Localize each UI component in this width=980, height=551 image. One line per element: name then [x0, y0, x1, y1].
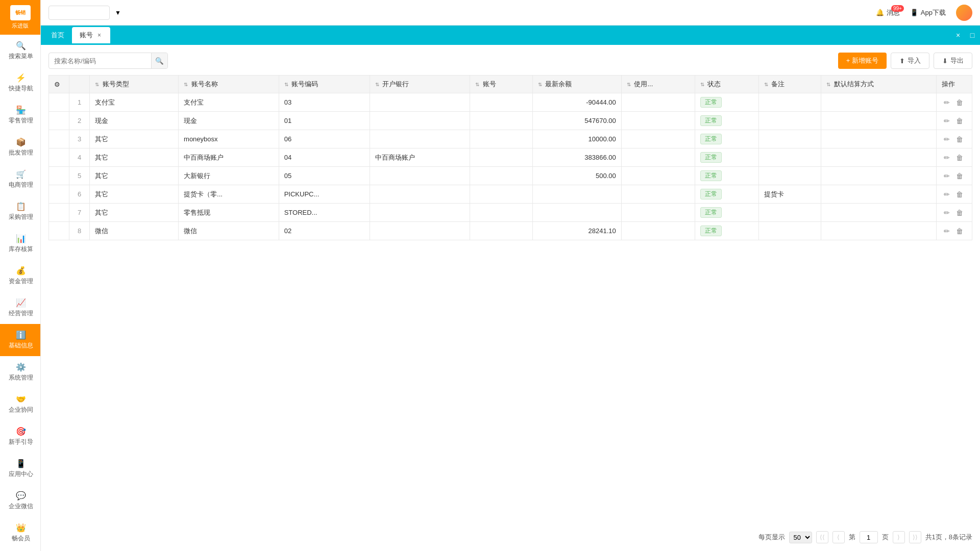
sort-arrows-balance: ⇅ — [538, 82, 542, 87]
sidebar-item-retail[interactable]: 🏪 零售管理 — [0, 99, 40, 131]
messages-button[interactable]: 🔔 消息 99+ — [876, 8, 900, 17]
sidebar-item-enterprise-wechat[interactable]: 💬 企业微信 — [0, 485, 40, 517]
tab-close-icon[interactable]: × — [96, 31, 103, 39]
col-balance[interactable]: ⇅ 最新余额 — [532, 76, 621, 93]
col-type[interactable]: ⇅ 账号类型 — [90, 76, 179, 93]
delete-button[interactable]: 🗑 — [954, 189, 965, 199]
delete-button[interactable]: 🗑 — [954, 226, 965, 236]
sidebar-item-membership[interactable]: 👑 畅会员 — [0, 517, 40, 549]
sidebar-item-finance[interactable]: 💰 资金管理 — [0, 260, 40, 292]
cell-remark: 提货卡 — [758, 185, 821, 204]
cell-usage — [621, 112, 695, 130]
edit-button[interactable]: ✏ — [942, 116, 952, 126]
edit-button[interactable]: ✏ — [942, 153, 952, 163]
col-usage[interactable]: ⇅ 使用... — [621, 76, 695, 93]
sidebar-item-wholesale[interactable]: 📦 批发管理 — [0, 131, 40, 163]
sidebar-item-system[interactable]: ⚙️ 系统管理 — [0, 356, 40, 388]
tab-account[interactable]: 账号 × — [72, 27, 110, 43]
sort-arrows-account: ⇅ — [475, 82, 479, 87]
cell-type: 其它 — [90, 204, 179, 222]
sidebar-item-search[interactable]: 🔍 搜索菜单 — [0, 35, 40, 67]
accounts-table: ⚙ ⇅ 账号类型 ⇅ 账号名称 ⇅ 账号编码 — [48, 75, 972, 240]
sidebar-item-ecommerce[interactable]: 🛒 电商管理 — [0, 163, 40, 195]
sidebar-item-operation[interactable]: 📈 经营管理 — [0, 292, 40, 324]
last-page-button[interactable]: ⟩⟩ — [909, 531, 921, 543]
cell-type: 其它 — [90, 130, 179, 148]
header-search-input[interactable] — [48, 6, 110, 20]
delete-button[interactable]: 🗑 — [954, 171, 965, 181]
edit-button[interactable]: ✏ — [942, 97, 952, 108]
status-badge: 正常 — [700, 226, 722, 236]
action-buttons: + 新增账号 ⬆ 导入 ⬇ 导出 — [838, 53, 972, 69]
table-row: 2 现金 现金 01 547670.00 正常 ✏ 🗑 — [49, 112, 972, 130]
col-bank[interactable]: ⇅ 开户银行 — [370, 76, 470, 93]
search-button[interactable]: 🔍 — [151, 53, 167, 69]
cell-balance: 383866.00 — [532, 148, 621, 167]
edit-button[interactable]: ✏ — [942, 226, 952, 236]
export-label: 导出 — [950, 56, 964, 65]
delete-button[interactable]: 🗑 — [954, 116, 965, 126]
sidebar-item-nav[interactable]: ⚡ 快捷导航 — [0, 67, 40, 99]
basic-info-icon: ℹ️ — [16, 330, 26, 340]
cell-account — [470, 222, 532, 240]
retail-icon: 🏪 — [16, 105, 26, 115]
edit-button[interactable]: ✏ — [942, 208, 952, 218]
col-settlement[interactable]: ⇅ 默认结算方式 — [821, 76, 937, 93]
cell-usage — [621, 222, 695, 240]
sidebar-item-app-center[interactable]: 📱 应用中心 — [0, 453, 40, 485]
col-account[interactable]: ⇅ 账号 — [470, 76, 532, 93]
col-remark[interactable]: ⇅ 备注 — [758, 76, 821, 93]
mobile-icon: 📱 — [910, 9, 918, 16]
next-page-button[interactable]: ⟩ — [893, 531, 905, 543]
nav-icon: ⚡ — [16, 73, 26, 83]
membership-icon: 👑 — [16, 523, 26, 533]
sidebar-item-basic-info[interactable]: ℹ️ 基础信息 — [0, 324, 40, 356]
sidebar-item-inventory[interactable]: 📊 库存核算 — [0, 228, 40, 260]
edit-button[interactable]: ✏ — [942, 189, 952, 199]
cell-settlement — [821, 148, 937, 167]
col-name[interactable]: ⇅ 账号名称 — [179, 76, 279, 93]
sort-arrows-name: ⇅ — [184, 82, 188, 87]
edit-button[interactable]: ✏ — [942, 171, 952, 181]
app-download-button[interactable]: 📱 App下载 — [910, 8, 946, 17]
first-page-button[interactable]: ⟨⟨ — [816, 531, 828, 543]
window-maximize-button[interactable]: □ — [967, 30, 977, 40]
edit-button[interactable]: ✏ — [942, 134, 952, 144]
cell-name: 零售抵现 — [179, 204, 279, 222]
table-row: 1 支付宝 支付宝 03 -90444.00 正常 ✏ 🗑 — [49, 93, 972, 112]
col-status[interactable]: ⇅ 状态 — [695, 76, 758, 93]
delete-button[interactable]: 🗑 — [954, 153, 965, 163]
export-button[interactable]: ⬇ 导出 — [934, 53, 972, 69]
header-dropdown[interactable]: ▼ — [115, 9, 121, 16]
page-size-select[interactable]: 50 — [789, 532, 812, 543]
tab-home[interactable]: 首页 — [43, 27, 72, 43]
tab-home-label: 首页 — [51, 31, 64, 40]
import-button[interactable]: ⬆ 导入 — [891, 53, 929, 69]
delete-button[interactable]: 🗑 — [954, 208, 965, 218]
cell-remark — [758, 148, 821, 167]
toolbar: 🔍 + 新增账号 ⬆ 导入 ⬇ 导出 — [48, 53, 972, 69]
col-code[interactable]: ⇅ 账号编码 — [279, 76, 370, 93]
page-suffix: 页 — [882, 533, 889, 542]
sidebar-item-guide[interactable]: 🎯 新手引导 — [0, 420, 40, 453]
col-index — [69, 76, 90, 93]
sidebar-item-purchase[interactable]: 📋 采购管理 — [0, 195, 40, 228]
sidebar-item-cooperation[interactable]: 🤝 企业协同 — [0, 388, 40, 420]
delete-button[interactable]: 🗑 — [954, 134, 965, 144]
col-settings[interactable]: ⚙ — [49, 76, 69, 93]
cell-bank — [370, 130, 470, 148]
delete-button[interactable]: 🗑 — [954, 97, 965, 108]
cell-balance — [532, 185, 621, 204]
cell-type: 支付宝 — [90, 93, 179, 112]
window-close-button[interactable]: × — [953, 30, 963, 40]
status-badge: 正常 — [700, 97, 722, 108]
add-account-button[interactable]: + 新增账号 — [838, 53, 887, 69]
cell-bank — [370, 167, 470, 185]
cell-usage — [621, 130, 695, 148]
cell-settlement — [821, 185, 937, 204]
page-input[interactable] — [860, 531, 878, 543]
avatar[interactable] — [956, 5, 972, 21]
search-input[interactable] — [49, 57, 151, 65]
prev-page-button[interactable]: ⟨ — [832, 531, 845, 543]
cell-type: 现金 — [90, 112, 179, 130]
